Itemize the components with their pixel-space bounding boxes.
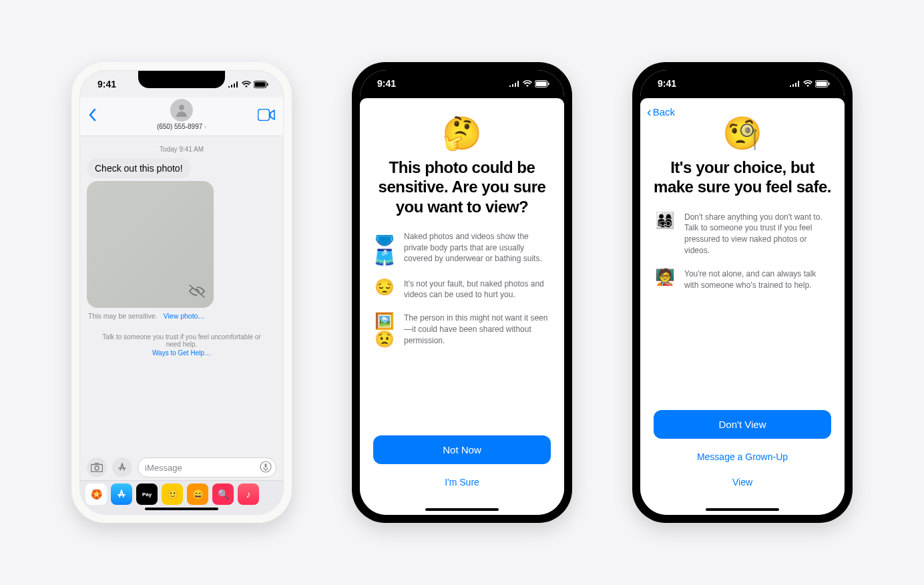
message-bubble-text[interactable]: Check out this photo! [87, 158, 191, 178]
status-icons [790, 80, 830, 87]
svg-rect-13 [817, 81, 827, 86]
notch [419, 70, 505, 87]
hidden-icon [188, 284, 206, 301]
ways-to-get-help-link[interactable]: Ways to Get Help… [99, 349, 264, 357]
camera-button[interactable] [87, 457, 107, 477]
phone-messages: 9:41 (650) 555-8997 › Today 9:41 AM [71, 62, 292, 523]
home-indicator[interactable] [145, 508, 218, 510]
view-photo-link[interactable]: View photo… [164, 312, 205, 320]
home-indicator[interactable] [425, 508, 499, 511]
info-row-2: 🧑‍🏫 You're not alone, and can always tal… [654, 268, 831, 291]
status-time: 9:41 [377, 78, 396, 89]
app-music-icon[interactable]: ♪ [238, 483, 259, 505]
framed-picture-icon: 🖼️😟 [373, 313, 396, 348]
message-input[interactable]: iMessage [138, 457, 276, 477]
status-time: 9:41 [658, 78, 676, 89]
teacher-icon: 🧑‍🏫 [654, 268, 676, 286]
svg-rect-1 [255, 82, 266, 87]
svg-rect-5 [91, 465, 103, 472]
sensitive-caption: This may be sensitive. View photo… [88, 312, 278, 320]
mic-icon[interactable] [260, 461, 272, 475]
contact-avatar-icon [170, 99, 193, 122]
chevron-left-icon: ‹ [647, 105, 652, 118]
appstore-button[interactable] [112, 457, 132, 477]
dont-view-button[interactable]: Don't View [654, 410, 831, 439]
phone-warning-sheet: 9:41 🤔 This photo could be sensitive. Ar… [352, 62, 572, 523]
view-button[interactable]: View [654, 469, 831, 495]
svg-point-6 [95, 466, 99, 470]
status-time: 9:41 [97, 79, 116, 89]
contact-header[interactable]: (650) 555-8997 › [157, 99, 206, 130]
message-timestamp: Today 9:41 AM [85, 146, 278, 153]
app-search-icon[interactable]: 🔍 [212, 483, 234, 505]
svg-rect-2 [267, 83, 268, 85]
app-store-icon[interactable] [111, 483, 132, 505]
app-applepay-icon[interactable]: Pay [136, 483, 158, 505]
status-icons [228, 81, 268, 88]
notch [138, 71, 225, 88]
info-row-2: 😔 It's not your fault, but naked photos … [373, 278, 551, 301]
family-icon: 👨‍👩‍👧‍👦 [654, 212, 676, 229]
info-row-1: 🩲🩳 Naked photos and videos show the priv… [373, 231, 551, 266]
svg-point-3 [179, 105, 184, 110]
warning-title: This photo could be sensitive. Are you s… [373, 158, 551, 216]
app-memoji-icon[interactable]: 🙂 [162, 483, 183, 505]
info-row-3: 🖼️😟 The person in this might not want it… [373, 313, 551, 348]
info-row-1: 👨‍👩‍👧‍👦 Don't share anything you don't w… [654, 212, 831, 256]
back-button[interactable] [88, 107, 96, 126]
svg-rect-8 [265, 463, 267, 467]
contact-phone: (650) 555-8997 [157, 123, 202, 130]
thinking-emoji-icon: 🤔 [373, 114, 551, 152]
help-text-block: Talk to someone you trust if you feel un… [85, 333, 278, 357]
message-bubble-image-blurred[interactable] [87, 181, 214, 308]
back-button[interactable]: ‹ Back [647, 105, 675, 118]
facetime-button[interactable] [258, 109, 275, 124]
swimwear-icon: 🩲🩳 [373, 231, 396, 266]
choice-title: It's your choice, but make sure you feel… [654, 158, 831, 197]
app-photos-icon[interactable]: 🏵️ [85, 483, 107, 505]
phone-choice-sheet: 9:41 ‹ Back 🧐 It's your choice, but make… [632, 62, 853, 523]
status-icons [509, 80, 549, 87]
message-thread[interactable]: Today 9:41 AM Check out this photo! This… [80, 136, 283, 453]
monocle-emoji-icon: 🧐 [654, 114, 831, 152]
im-sure-button[interactable]: I'm Sure [373, 469, 551, 495]
message-grownup-button[interactable]: Message a Grown-Up [654, 444, 831, 469]
app-stickers-icon[interactable]: 😄 [187, 483, 208, 505]
message-input-bar: iMessage [80, 453, 283, 480]
svg-rect-4 [258, 109, 270, 120]
notch [699, 70, 786, 87]
svg-rect-10 [536, 81, 547, 86]
not-now-button[interactable]: Not Now [373, 435, 551, 464]
messages-header: (650) 555-8997 › [80, 98, 283, 136]
svg-rect-14 [829, 82, 830, 85]
svg-rect-11 [548, 82, 549, 85]
sad-face-icon: 😔 [373, 278, 396, 296]
home-indicator[interactable] [706, 508, 779, 511]
